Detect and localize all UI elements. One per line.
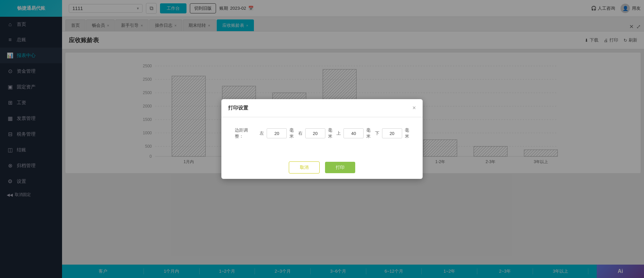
bottom-margin-group: 下 毫米 bbox=[375, 127, 409, 139]
print-settings-modal: 打印设置 × 边距调整： 左 毫米 右 毫米 上 毫米 bbox=[221, 99, 423, 179]
bottom-margin-input[interactable] bbox=[382, 128, 402, 138]
modal-close-button[interactable]: × bbox=[412, 105, 416, 112]
modal-body: 边距调整： 左 毫米 右 毫米 上 毫米 下 bbox=[221, 117, 423, 156]
modal-header: 打印设置 × bbox=[221, 99, 423, 117]
right-margin-group: 右 毫米 bbox=[298, 127, 332, 139]
right-margin-input[interactable] bbox=[305, 128, 325, 138]
left-margin-input[interactable] bbox=[267, 128, 287, 138]
left-margin-group: 左 毫米 bbox=[260, 127, 294, 139]
top-margin-group: 上 毫米 bbox=[336, 127, 371, 139]
modal-title: 打印设置 bbox=[228, 105, 248, 111]
bottom-unit: 毫米 bbox=[405, 127, 409, 139]
confirm-print-button[interactable]: 打印 bbox=[325, 162, 355, 173]
left-unit: 毫米 bbox=[289, 127, 294, 139]
top-unit: 毫米 bbox=[366, 127, 371, 139]
right-label: 右 bbox=[298, 130, 303, 136]
top-margin-input[interactable] bbox=[343, 128, 364, 138]
margin-row: 边距调整： 左 毫米 右 毫米 上 毫米 下 bbox=[235, 127, 409, 139]
modal-overlay[interactable]: 打印设置 × 边距调整： 左 毫米 右 毫米 上 毫米 bbox=[0, 0, 644, 278]
modal-footer: 取消 打印 bbox=[221, 156, 423, 179]
top-label: 上 bbox=[336, 130, 341, 136]
margin-label: 边距调整： bbox=[235, 127, 256, 139]
bottom-label: 下 bbox=[375, 130, 379, 136]
right-unit: 毫米 bbox=[328, 127, 332, 139]
cancel-button[interactable]: 取消 bbox=[289, 161, 320, 173]
left-label: 左 bbox=[260, 130, 264, 136]
